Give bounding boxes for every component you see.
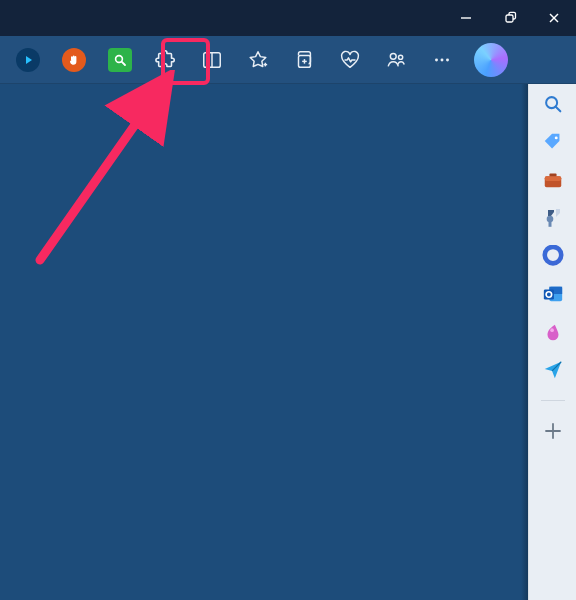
svg-point-28	[546, 216, 553, 223]
heartbeat-icon	[339, 49, 361, 71]
star-add-icon	[247, 49, 269, 71]
window-close-button[interactable]	[532, 0, 576, 36]
browser-essentials-button[interactable]	[330, 40, 370, 80]
collections-icon	[293, 49, 315, 71]
svg-point-13	[390, 53, 396, 59]
search-icon[interactable]	[541, 92, 565, 116]
minimize-icon	[459, 11, 473, 25]
split-screen-button[interactable]	[192, 40, 232, 80]
svg-line-23	[555, 107, 560, 112]
extension-green[interactable]	[100, 40, 140, 80]
svg-point-24	[554, 136, 557, 139]
drop-icon[interactable]	[541, 320, 565, 344]
window-titlebar	[0, 0, 576, 36]
window-restore-button[interactable]	[488, 0, 532, 36]
sidebar-add-button[interactable]	[541, 419, 565, 443]
close-icon	[547, 11, 561, 25]
favorites-button[interactable]	[238, 40, 278, 80]
svg-rect-29	[548, 222, 551, 227]
extension-orange[interactable]	[54, 40, 94, 80]
copilot-button[interactable]	[474, 43, 508, 77]
profile-button[interactable]	[376, 40, 416, 80]
svg-point-17	[446, 58, 449, 61]
svg-rect-1	[506, 15, 513, 22]
split-screen-icon	[201, 49, 223, 71]
svg-point-34	[550, 328, 554, 332]
restore-icon	[503, 11, 517, 25]
svg-rect-27	[549, 174, 556, 177]
puzzle-piece-icon	[155, 49, 177, 71]
svg-line-5	[122, 61, 125, 64]
ntp-main-area	[0, 84, 528, 600]
play-circle-icon	[16, 48, 40, 72]
profile-icon	[385, 49, 407, 71]
edge-sidebar	[528, 84, 576, 600]
hand-stop-icon	[62, 48, 86, 72]
shopping-tag-icon[interactable]	[541, 130, 565, 154]
svg-rect-26	[544, 176, 561, 181]
search-square-icon	[108, 48, 132, 72]
games-icon[interactable]	[541, 206, 565, 230]
svg-point-16	[441, 58, 444, 61]
collections-button[interactable]	[284, 40, 324, 80]
svg-point-14	[398, 55, 402, 59]
outlook-icon[interactable]	[541, 282, 565, 306]
extensions-button[interactable]	[146, 40, 186, 80]
m365-icon[interactable]	[541, 244, 565, 268]
more-horizontal-icon	[431, 49, 453, 71]
browser-toolbar	[0, 36, 576, 84]
svg-point-15	[435, 58, 438, 61]
send-icon[interactable]	[541, 358, 565, 382]
more-menu-button[interactable]	[422, 40, 462, 80]
sidebar-separator	[541, 400, 565, 401]
extension-blue[interactable]	[8, 40, 48, 80]
tools-briefcase-icon[interactable]	[541, 168, 565, 192]
window-minimize-button[interactable]	[444, 0, 488, 36]
